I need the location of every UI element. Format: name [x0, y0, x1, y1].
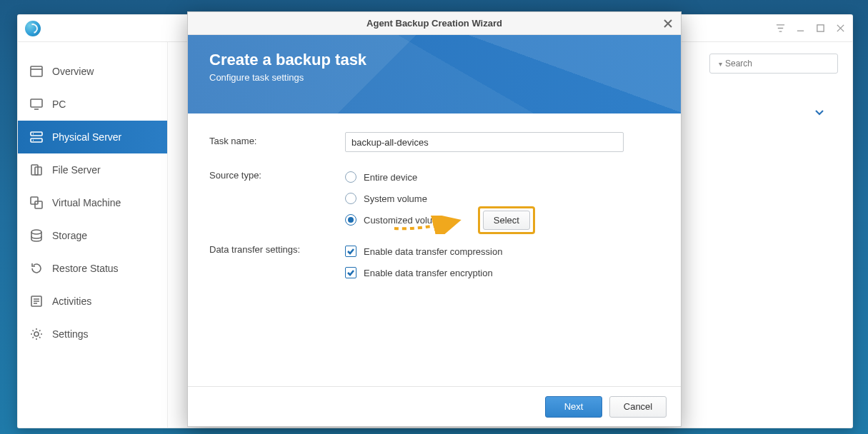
task-name-input[interactable]	[345, 132, 624, 152]
radio-icon	[345, 193, 356, 204]
checkbox-label: Enable data transfer encryption	[364, 268, 493, 278]
radio-label: System volume	[364, 193, 427, 204]
label-data-transfer: Data transfer settings:	[209, 241, 345, 255]
select-button[interactable]: Select	[483, 211, 530, 230]
cancel-button[interactable]: Cancel	[609, 396, 667, 418]
dialog-subheading: Configure task settings	[209, 72, 659, 83]
dialog-titlebar: Agent Backup Creation Wizard	[188, 12, 681, 35]
dialog-header: Create a backup task Configure task sett…	[188, 35, 681, 113]
radio-label: Entire device	[364, 172, 417, 183]
radio-customized-volume[interactable]: Customized volume: Select	[345, 209, 659, 231]
dialog-title: Agent Backup Creation Wizard	[366, 18, 502, 29]
radio-icon	[345, 214, 356, 226]
annotation-highlight: Select	[478, 206, 535, 234]
backup-wizard-dialog: Agent Backup Creation Wizard Create a ba…	[187, 11, 682, 427]
dialog-footer: Next Cancel	[188, 386, 681, 426]
close-icon[interactable]	[661, 16, 675, 31]
dialog-heading: Create a backup task	[209, 51, 659, 69]
radio-entire-device[interactable]: Entire device	[345, 166, 659, 188]
label-task-name: Task name:	[209, 132, 345, 146]
radio-label: Customized volume:	[364, 215, 448, 226]
checkbox-icon	[345, 246, 356, 257]
label-source-type: Source type:	[209, 166, 345, 181]
checkbox-encryption[interactable]: Enable data transfer encryption	[345, 262, 659, 283]
checkbox-compression[interactable]: Enable data transfer compression	[345, 241, 659, 262]
next-button[interactable]: Next	[545, 396, 602, 418]
dialog-body: Task name: Source type: Entire device Sy…	[188, 113, 681, 386]
checkbox-label: Enable data transfer compression	[364, 246, 502, 257]
checkbox-icon	[345, 267, 356, 278]
radio-icon	[345, 171, 356, 183]
modal-overlay: Agent Backup Creation Wizard Create a ba…	[0, 0, 868, 434]
